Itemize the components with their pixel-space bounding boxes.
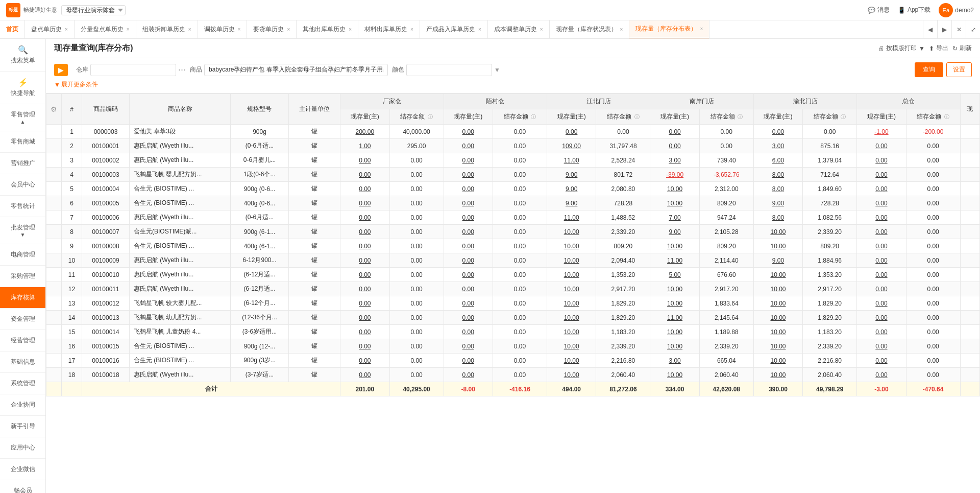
row-mucun-qty[interactable]: 0.00: [444, 239, 493, 253]
row-nanan-qty[interactable]: 0.00: [650, 125, 699, 139]
close-icon[interactable]: ×: [287, 27, 290, 32]
row-yubei-qty[interactable]: 10.00: [753, 325, 802, 339]
row-yubei-qty[interactable]: 10.00: [753, 368, 802, 382]
row-jiangbei-qty[interactable]: 11.00: [547, 210, 596, 225]
sidebar-item-finance[interactable]: 资金管理: [0, 309, 45, 330]
query-button[interactable]: 查询: [915, 62, 943, 77]
sidebar-item-enterprise[interactable]: 企业协同: [0, 394, 45, 416]
app-download-btn[interactable]: 📱 App下载: [898, 6, 930, 14]
close-icon[interactable]: ×: [188, 27, 191, 32]
export-btn[interactable]: ⬆ 导出: [929, 44, 948, 53]
message-btn[interactable]: 💬 消息: [868, 6, 890, 14]
row-nanan-qty[interactable]: 10.00: [650, 296, 699, 311]
row-nanan-qty[interactable]: 10.00: [650, 368, 699, 382]
row-jiangbei-qty[interactable]: 10.00: [547, 325, 596, 339]
row-mucun-qty[interactable]: 0.00: [444, 225, 493, 239]
tab-inventory-single[interactable]: 盘点单历史 ×: [25, 20, 75, 39]
row-nanan-qty[interactable]: 7.00: [650, 210, 699, 225]
row-total-qty[interactable]: 0.00: [857, 296, 906, 311]
row-total-qty[interactable]: 0.00: [857, 368, 906, 382]
row-jiangbei-qty[interactable]: 9.00: [547, 196, 596, 210]
row-total-qty[interactable]: 0.00: [857, 339, 906, 354]
row-jiangbei-qty[interactable]: 0.00: [547, 125, 596, 139]
info-icon[interactable]: ⓘ: [841, 114, 846, 120]
row-total-qty[interactable]: 0.00: [857, 182, 906, 196]
tab-transfer[interactable]: 调拨单历史 ×: [198, 20, 248, 39]
info-icon[interactable]: ⓘ: [531, 114, 536, 120]
row-yubei-qty[interactable]: 10.00: [753, 282, 802, 296]
row-mucun-qty[interactable]: 0.00: [444, 196, 493, 210]
row-nanan-qty[interactable]: 10.00: [650, 196, 699, 210]
row-factory-qty[interactable]: 0.00: [340, 210, 389, 225]
row-yubei-qty[interactable]: 10.00: [753, 311, 802, 325]
row-yubei-qty[interactable]: 9.00: [753, 253, 802, 268]
row-nanan-qty[interactable]: -39.00: [650, 168, 699, 182]
tab-cost-adjust[interactable]: 成本调整单历史 ×: [488, 20, 550, 39]
row-factory-qty[interactable]: 0.00: [340, 296, 389, 311]
row-yubei-qty[interactable]: 10.00: [753, 225, 802, 239]
row-nanan-qty[interactable]: 3.00: [650, 153, 699, 168]
row-total-qty[interactable]: 0.00: [857, 268, 906, 282]
info-icon[interactable]: ⓘ: [428, 114, 433, 120]
row-nanan-qty[interactable]: 10.00: [650, 282, 699, 296]
row-total-qty[interactable]: 0.00: [857, 139, 906, 153]
row-total-qty[interactable]: -1.00: [857, 125, 906, 139]
row-factory-qty[interactable]: 200.00: [340, 125, 389, 139]
row-jiangbei-qty[interactable]: 10.00: [547, 368, 596, 382]
sidebar-item-member[interactable]: 会员中心: [0, 174, 45, 196]
row-mucun-qty[interactable]: 0.00: [444, 182, 493, 196]
row-yubei-qty[interactable]: 8.00: [753, 210, 802, 225]
row-yubei-qty[interactable]: 10.00: [753, 339, 802, 354]
row-mucun-qty[interactable]: 0.00: [444, 168, 493, 182]
row-yubei-qty[interactable]: 10.00: [753, 354, 802, 368]
close-icon[interactable]: ×: [700, 26, 703, 32]
nav-close-btn[interactable]: ✕: [951, 20, 966, 39]
row-total-qty[interactable]: 0.00: [857, 225, 906, 239]
nav-expand-btn[interactable]: ⤢: [966, 20, 980, 39]
row-nanan-qty[interactable]: 10.00: [650, 339, 699, 354]
row-mucun-qty[interactable]: 0.00: [444, 354, 493, 368]
row-total-qty[interactable]: 0.00: [857, 253, 906, 268]
row-yubei-qty[interactable]: 9.00: [753, 196, 802, 210]
row-nanan-qty[interactable]: 11.00: [650, 311, 699, 325]
close-icon[interactable]: ×: [410, 27, 413, 32]
tab-stock-status[interactable]: 现存量（库存状况表）×: [550, 20, 630, 39]
sidebar-item-inventory[interactable]: 库存核算: [0, 287, 45, 309]
tab-product-in[interactable]: 产成品入库单历史 ×: [420, 20, 488, 39]
row-factory-qty[interactable]: 1.00: [340, 139, 389, 153]
close-icon[interactable]: ×: [238, 27, 241, 32]
sidebar-item-ecommerce[interactable]: 电商管理: [0, 244, 45, 266]
filter-expand-btn[interactable]: ▶: [54, 64, 68, 76]
row-jiangbei-qty[interactable]: 11.00: [547, 153, 596, 168]
row-mucun-qty[interactable]: 0.00: [444, 339, 493, 354]
row-yubei-qty[interactable]: 8.00: [753, 168, 802, 182]
warehouse-dots[interactable]: ···: [178, 64, 186, 75]
row-nanan-qty[interactable]: 10.00: [650, 239, 699, 253]
close-icon[interactable]: ×: [349, 27, 352, 32]
row-total-qty[interactable]: 0.00: [857, 210, 906, 225]
row-mucun-qty[interactable]: 0.00: [444, 296, 493, 311]
row-total-qty[interactable]: 0.00: [857, 354, 906, 368]
row-factory-qty[interactable]: 0.00: [340, 182, 389, 196]
row-factory-qty[interactable]: 0.00: [340, 225, 389, 239]
sidebar-item-purchase[interactable]: 采购管理: [0, 266, 45, 287]
close-icon[interactable]: ×: [478, 27, 481, 32]
row-total-qty[interactable]: 0.00: [857, 239, 906, 253]
nav-next-btn[interactable]: ▶: [937, 20, 951, 39]
row-yubei-qty[interactable]: 3.00: [753, 139, 802, 153]
sidebar-item-system[interactable]: 系统管理: [0, 373, 45, 394]
row-factory-qty[interactable]: 0.00: [340, 354, 389, 368]
row-mucun-qty[interactable]: 0.00: [444, 311, 493, 325]
row-jiangbei-qty[interactable]: 109.00: [547, 139, 596, 153]
refresh-btn[interactable]: ↻ 刷新: [952, 44, 972, 53]
row-total-qty[interactable]: 0.00: [857, 311, 906, 325]
row-factory-qty[interactable]: 0.00: [340, 239, 389, 253]
info-icon[interactable]: ⓘ: [944, 114, 949, 120]
close-icon[interactable]: ×: [540, 27, 543, 32]
row-jiangbei-qty[interactable]: 10.00: [547, 282, 596, 296]
row-factory-qty[interactable]: 0.00: [340, 311, 389, 325]
row-jiangbei-qty[interactable]: 10.00: [547, 311, 596, 325]
row-mucun-qty[interactable]: 0.00: [444, 268, 493, 282]
row-nanan-qty[interactable]: 10.00: [650, 182, 699, 196]
sidebar-item-svip[interactable]: 畅会员: [0, 480, 45, 493]
